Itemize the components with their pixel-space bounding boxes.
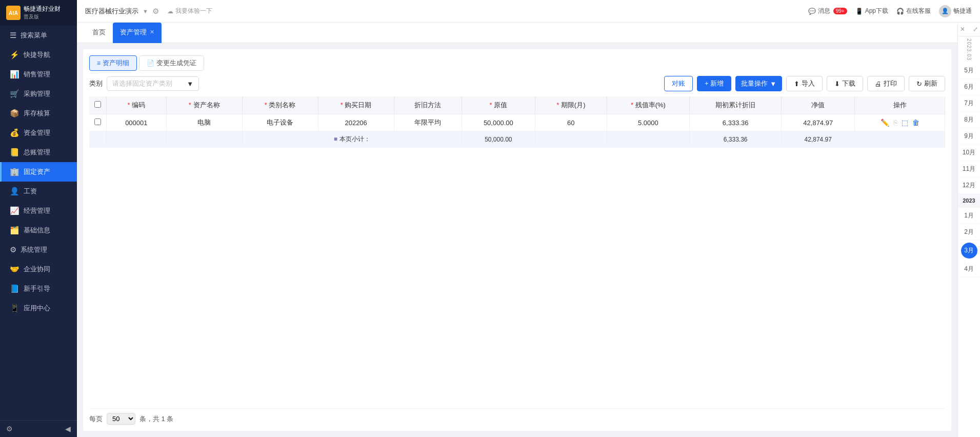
- select-all-checkbox[interactable]: [94, 101, 101, 108]
- row-checkbox[interactable]: [94, 118, 101, 125]
- sidebar-item-quick-nav[interactable]: ⚡快捷导航: [0, 45, 77, 65]
- main-area: 医疗器械行业演示 ▼ ⚙ ☁ 我要体验一下 💬 消息 99+ 📱 App下载 🎧…: [77, 0, 980, 437]
- sidebar-item-label-system: 系统管理: [21, 245, 47, 254]
- sidebar-item-search[interactable]: ☰搜索菜单: [0, 26, 77, 45]
- panel-expand-icon[interactable]: ✕: [960, 26, 965, 33]
- sidebar-scroll: ☰搜索菜单⚡快捷导航📊销售管理🛒采购管理📦库存核算💰资金管理📒总账管理🏢固定资产…: [0, 26, 77, 420]
- sub-tab-change-voucher[interactable]: 📄 变更生成凭证: [139, 55, 204, 71]
- phone-icon: 📱: [855, 8, 863, 15]
- calendar-month-prev-6月[interactable]: 6月: [958, 79, 980, 95]
- online-service-btn[interactable]: 🎧 在线客服: [896, 7, 931, 15]
- calendar-month-4月[interactable]: 4月: [958, 261, 980, 277]
- sub-tabs: ≡ 资产明细 📄 变更生成凭证: [89, 55, 945, 71]
- sidebar-item-inventory[interactable]: 📦库存核算: [0, 104, 77, 123]
- filter-label: 类别: [89, 79, 103, 88]
- logo-text: AtA: [9, 10, 18, 16]
- company-dropdown-icon[interactable]: ▼: [143, 8, 148, 14]
- search-icon: ☰: [10, 31, 16, 40]
- calendar-month-prev-5月[interactable]: 5月: [958, 63, 980, 79]
- sidebar-item-label-search: 搜索菜单: [21, 31, 47, 40]
- logo-icon: AtA: [6, 6, 21, 20]
- table-header: 编码 资产名称 类别名称 购买日期 折旧方法 原值 期限(月) 残值率(%) 期…: [89, 96, 945, 114]
- batch-btn[interactable]: 批量操作 ▼: [735, 76, 782, 91]
- sidebar-logo: AtA 畅捷通好业财 普及版: [0, 0, 77, 26]
- list-icon: ≡: [97, 59, 101, 67]
- copy-icon[interactable]: ⎘: [893, 118, 897, 127]
- fixed-assets-icon: 🏢: [10, 167, 19, 176]
- calendar-month-prev-11月[interactable]: 11月: [958, 161, 980, 177]
- subtotal-empty-3: [166, 131, 242, 148]
- transfer-icon[interactable]: ⬚: [902, 118, 908, 127]
- guide-icon: 📘: [10, 284, 19, 293]
- sidebar-item-apps[interactable]: 📱应用中心: [0, 299, 77, 318]
- ledger-icon: 📒: [10, 148, 19, 157]
- user-profile-btn[interactable]: 👤 畅捷通: [939, 5, 972, 17]
- calendar-month-prev-10月[interactable]: 10月: [958, 145, 980, 161]
- sidebar-item-purchase[interactable]: 🛒采购管理: [0, 84, 77, 104]
- col-name: 资产名称: [166, 96, 242, 114]
- tab-asset-management[interactable]: 资产管理 ✕: [113, 23, 162, 43]
- refresh-btn[interactable]: ↻ 刷新: [909, 76, 945, 91]
- sidebar-item-basic-info[interactable]: 🗂️基础信息: [0, 221, 77, 240]
- tab-home[interactable]: 首页: [85, 23, 113, 43]
- sidebar-item-system[interactable]: ⚙系统管理: [0, 240, 77, 260]
- sidebar-item-funds[interactable]: 💰资金管理: [0, 123, 77, 143]
- edit-icon[interactable]: ✏️: [881, 118, 889, 127]
- match-btn[interactable]: 对账: [664, 76, 693, 91]
- topbar: 医疗器械行业演示 ▼ ⚙ ☁ 我要体验一下 💬 消息 99+ 📱 App下载 🎧…: [77, 0, 980, 23]
- main-content: 首页 资产管理 ✕ ≡ 资产明细 �: [77, 23, 957, 437]
- content-area: 首页 资产管理 ✕ ≡ 资产明细 �: [77, 23, 980, 437]
- download-btn[interactable]: ⬇ 下载: [827, 76, 863, 91]
- per-page-select[interactable]: 50 100 200: [107, 413, 135, 425]
- cell-code: 000001: [107, 114, 167, 131]
- toolbar: 类别 请选择固定资产类别 ▼ 对账 + 新增: [89, 76, 945, 91]
- category-filter-select[interactable]: 请选择固定资产类别 ▼: [107, 76, 199, 91]
- collapse-icon[interactable]: ◀: [65, 425, 71, 433]
- experience-btn[interactable]: ☁ 我要体验一下: [163, 5, 216, 17]
- calendar-year-2023: 2023: [958, 194, 980, 208]
- select-all-header[interactable]: [89, 96, 107, 114]
- col-purchase-date: 购买日期: [318, 96, 394, 114]
- sidebar-item-fixed-assets[interactable]: 🏢固定资产: [0, 162, 77, 182]
- panel-resize-icon[interactable]: ⤢: [973, 26, 978, 33]
- calendar-month-3月[interactable]: 3月: [961, 243, 977, 259]
- calendar-month-prev-9月[interactable]: 9月: [958, 128, 980, 145]
- quick-nav-icon: ⚡: [10, 50, 19, 59]
- topbar-gear-icon[interactable]: ⚙: [152, 7, 159, 16]
- apps-icon: 📱: [10, 304, 19, 313]
- select-arrow-icon: ▼: [187, 80, 193, 88]
- print-btn[interactable]: 🖨 打印: [867, 76, 905, 91]
- table-row: 000001 电脑 电子设备 202206 年限平均 50,000.00 60 …: [89, 114, 945, 131]
- subtotal-empty-1: [89, 131, 107, 148]
- calendar-month-prev-8月[interactable]: 8月: [958, 112, 980, 128]
- per-page-label: 每页: [89, 414, 103, 424]
- calendar-month-prev-12月[interactable]: 12月: [958, 177, 980, 194]
- tab-close-icon[interactable]: ✕: [150, 29, 154, 35]
- sidebar-item-operations[interactable]: 📈经营管理: [0, 201, 77, 221]
- new-btn[interactable]: + 新增: [697, 76, 731, 91]
- sidebar-item-label-sales: 销售管理: [24, 70, 50, 79]
- app-edition: 普及版: [24, 13, 61, 21]
- messages-btn[interactable]: 💬 消息 99+: [808, 7, 847, 15]
- delete-icon[interactable]: 🗑: [912, 118, 919, 127]
- payroll-icon: 👤: [10, 187, 19, 196]
- app-download-btn[interactable]: 📱 App下载: [855, 7, 888, 15]
- sidebar-item-enterprise[interactable]: 🤝企业协同: [0, 260, 77, 279]
- calendar-month-prev-7月[interactable]: 7月: [958, 95, 980, 112]
- panel-year-label: 2023.03: [966, 36, 972, 63]
- sidebar-item-guide[interactable]: 📘新手引导: [0, 279, 77, 299]
- calendar-month-2月[interactable]: 2月: [958, 224, 980, 241]
- settings-icon[interactable]: ⚙: [6, 425, 13, 433]
- sidebar-item-label-quick-nav: 快捷导航: [24, 50, 50, 59]
- sub-tab-asset-detail[interactable]: ≡ 资产明细: [89, 55, 137, 71]
- sidebar-item-payroll[interactable]: 👤工资: [0, 182, 77, 201]
- sidebar-item-ledger[interactable]: 📒总账管理: [0, 143, 77, 162]
- sidebar-item-sales[interactable]: 📊销售管理: [0, 65, 77, 84]
- col-accumulated-depreciation: 期初累计折旧: [689, 96, 781, 114]
- print-icon: 🖨: [875, 80, 882, 88]
- calendar-month-1月[interactable]: 1月: [958, 208, 980, 224]
- export-btn[interactable]: ⬆ 导入: [786, 76, 823, 91]
- right-panel: ✕ ⤢ 2023.03 5月6月7月8月9月10月11月12月20231月2月3…: [957, 23, 980, 437]
- row-checkbox-cell[interactable]: [89, 114, 107, 131]
- col-depreciation-method: 折旧方法: [394, 96, 462, 114]
